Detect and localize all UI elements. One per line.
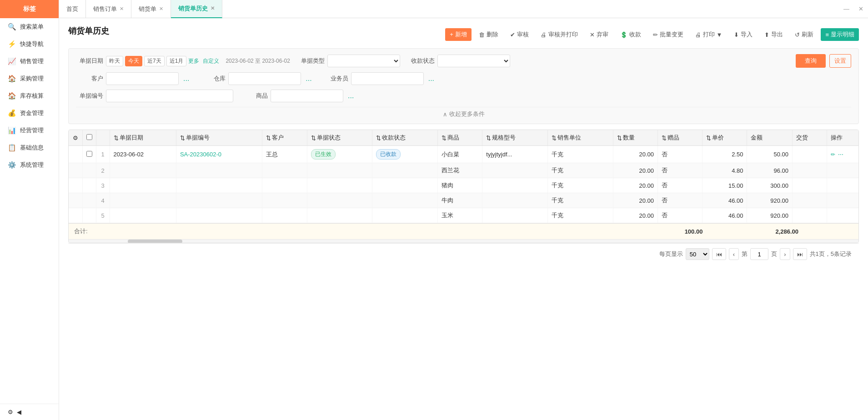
goods-col[interactable]: ⇅ 商品 xyxy=(438,130,482,146)
audit-button[interactable]: ✔ 审核 xyxy=(506,28,533,41)
price-col[interactable]: ⇅ 单价 xyxy=(702,130,747,146)
sidebar-item-system[interactable]: ⚙️ 系统管理 xyxy=(0,156,59,174)
spec-col[interactable]: ⇅ 规格型号 xyxy=(482,130,548,146)
sidebar-item-purchase[interactable]: 🏠 采购管理 xyxy=(0,70,59,87)
page-input[interactable] xyxy=(750,248,768,260)
qty-sort[interactable]: ⇅ 数量 xyxy=(617,134,654,142)
payment-status-sort[interactable]: ⇅ 收款状态 xyxy=(376,134,434,142)
import-button[interactable]: ⬇ 导入 xyxy=(729,28,757,41)
salesperson-ellipsis-btn[interactable]: ... xyxy=(426,75,436,83)
doc-status-col[interactable]: ⇅ 单据状态 xyxy=(307,130,372,146)
filter-settings-button[interactable]: 设置 xyxy=(829,54,851,68)
date-custom-link[interactable]: 自定义 xyxy=(203,57,219,65)
salesperson-input[interactable] xyxy=(351,72,424,85)
collapse-filter-btn[interactable]: ∧ 收起更多条件 xyxy=(76,107,851,118)
customer-col[interactable]: ⇅ 客户 xyxy=(262,130,307,146)
date-yesterday-btn[interactable]: 昨天 xyxy=(106,56,123,66)
warehouse-input[interactable] xyxy=(228,72,301,85)
checkbox-cell[interactable] xyxy=(82,193,96,208)
tab-sales-goods-close[interactable]: ✕ xyxy=(159,6,163,12)
doc-no-cell[interactable]: SA-20230602-0 xyxy=(176,146,262,163)
page-size-select[interactable]: 50 100 200 xyxy=(686,248,709,260)
doc-no-cell[interactable] xyxy=(176,193,262,208)
sidebar-item-search[interactable]: 🔍 搜索菜单 xyxy=(0,18,59,35)
tab-sales-order-close[interactable]: ✕ xyxy=(120,6,124,12)
unit-col[interactable]: ⇅ 销售单位 xyxy=(548,130,613,146)
tab-close-btn[interactable]: ✕ xyxy=(854,5,868,12)
customer-sort[interactable]: ⇅ 客户 xyxy=(266,134,303,142)
settings-col[interactable]: ⚙ xyxy=(69,130,82,146)
tab-home[interactable]: 首页 xyxy=(59,0,86,18)
more-link[interactable]: ⋯ xyxy=(838,151,843,158)
tab-sales-order[interactable]: 销售订单 ✕ xyxy=(86,0,131,18)
payment-status-col[interactable]: ⇅ 收款状态 xyxy=(372,130,438,146)
collect-button[interactable]: 💲 收款 xyxy=(616,28,646,41)
query-button[interactable]: 查询 xyxy=(796,54,826,68)
gift-sort[interactable]: ⇅ 赠品 xyxy=(662,134,698,142)
refresh-button[interactable]: ↺ 刷新 xyxy=(790,28,818,41)
sidebar-item-label: 库存核算 xyxy=(20,92,44,100)
scrollbar-thumb[interactable] xyxy=(128,240,182,243)
gift-col[interactable]: ⇅ 赠品 xyxy=(658,130,702,146)
tab-sales-goods[interactable]: 销货单 ✕ xyxy=(131,0,171,18)
checkbox-cell[interactable] xyxy=(82,146,96,163)
show-details-button[interactable]: ≡ 显示明细 xyxy=(821,28,859,41)
date-more-link[interactable]: 更多 xyxy=(188,57,199,65)
warehouse-ellipsis-btn[interactable]: ... xyxy=(304,75,313,83)
doc-status-sort[interactable]: ⇅ 单据状态 xyxy=(311,134,369,142)
sidebar-item-operation[interactable]: 📊 经营管理 xyxy=(0,122,59,139)
goods-input[interactable] xyxy=(271,90,343,102)
tab-sales-history-close[interactable]: ✕ xyxy=(211,5,215,11)
doc-no-col[interactable]: ⇅ 单据编号 xyxy=(176,130,262,146)
qty-col[interactable]: ⇅ 数量 xyxy=(613,130,657,146)
price-sort[interactable]: ⇅ 单价 xyxy=(706,134,743,142)
sidebar-item-basic[interactable]: 📋 基础信息 xyxy=(0,139,59,156)
filter-row-1: 单据日期 昨天 今天 近7天 近1月 更多 自定义 2023-06-02 至 2… xyxy=(76,54,851,68)
goods-ellipsis-btn[interactable]: ... xyxy=(346,92,356,100)
sidebar-item-sales[interactable]: 📈 销售管理 xyxy=(0,53,59,70)
doc-no-cell[interactable] xyxy=(176,208,262,223)
spec-sort[interactable]: ⇅ 规格型号 xyxy=(486,134,544,142)
settings-cell xyxy=(69,208,82,223)
sidebar-item-quick-nav[interactable]: ⚡ 快捷导航 xyxy=(0,35,59,53)
abandon-button[interactable]: ✕ 弃审 xyxy=(585,28,613,41)
doc-date-col[interactable]: ⇅ 单据日期 xyxy=(110,130,176,146)
checkbox-cell[interactable] xyxy=(82,178,96,193)
table-settings-icon[interactable]: ⚙ xyxy=(73,135,78,141)
tab-minimize-btn[interactable]: — xyxy=(839,5,854,12)
checkbox-cell[interactable] xyxy=(82,163,96,178)
customer-ellipsis-btn[interactable]: ... xyxy=(181,75,191,83)
unit-sort[interactable]: ⇅ 销售单位 xyxy=(552,134,609,142)
sidebar-item-inventory[interactable]: 🏠 库存核算 xyxy=(0,87,59,105)
table-scrollbar[interactable] xyxy=(69,239,858,243)
doc-date-sort[interactable]: ⇅ 单据日期 xyxy=(114,134,172,142)
doc-no-sort[interactable]: ⇅ 单据编号 xyxy=(180,134,259,142)
page-next-btn[interactable]: › xyxy=(780,248,790,260)
audit-print-button[interactable]: 🖨 审核并打印 xyxy=(536,28,582,41)
doc-no-cell[interactable] xyxy=(176,178,262,193)
goods-sort[interactable]: ⇅ 商品 xyxy=(442,134,478,142)
batch-change-button[interactable]: ✏ 批量变更 xyxy=(648,28,688,41)
customer-input[interactable] xyxy=(106,72,179,85)
date-7days-btn[interactable]: 近7天 xyxy=(144,56,165,66)
doc-no-input[interactable] xyxy=(106,90,233,102)
date-today-btn[interactable]: 今天 xyxy=(125,56,142,66)
page-prev-btn[interactable]: ‹ xyxy=(729,248,739,260)
print-button[interactable]: 🖨 打印 ▼ xyxy=(691,28,727,41)
sidebar-bottom-settings[interactable]: ⚙ ◀ xyxy=(0,404,59,420)
doc-type-select[interactable] xyxy=(327,55,400,67)
sidebar-item-finance[interactable]: 💰 资金管理 xyxy=(0,105,59,122)
page-first-btn[interactable]: ⏮ xyxy=(712,248,726,260)
date-1month-btn[interactable]: 近1月 xyxy=(166,56,187,66)
tab-sales-history[interactable]: 销货单历史 ✕ xyxy=(171,0,222,18)
new-button[interactable]: + 新增 xyxy=(445,28,471,41)
page-last-btn[interactable]: ⏭ xyxy=(793,248,807,260)
payment-status-select[interactable] xyxy=(437,55,510,67)
edit-link[interactable]: ✏ xyxy=(831,151,835,158)
select-all-checkbox[interactable] xyxy=(86,134,92,140)
doc-no-cell[interactable] xyxy=(176,163,262,178)
checkbox-cell[interactable] xyxy=(82,208,96,223)
export-button[interactable]: ⬆ 导出 xyxy=(760,28,788,41)
delete-button[interactable]: 🗑 删除 xyxy=(474,28,503,41)
row-checkbox[interactable] xyxy=(86,151,92,157)
